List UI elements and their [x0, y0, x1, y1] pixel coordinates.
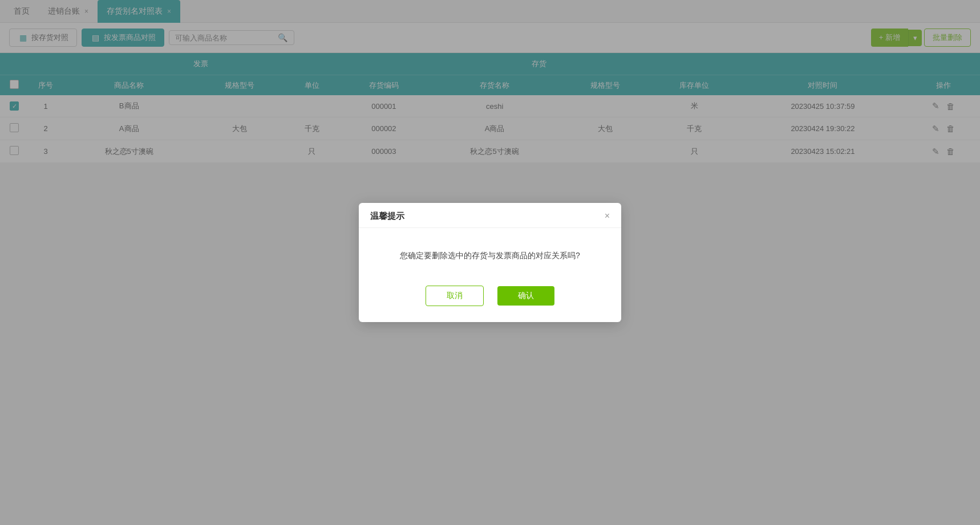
- modal-overlay: 温馨提示 × 您确定要删除选中的存货与发票商品的对应关系吗? 取消 确认: [0, 0, 980, 163]
